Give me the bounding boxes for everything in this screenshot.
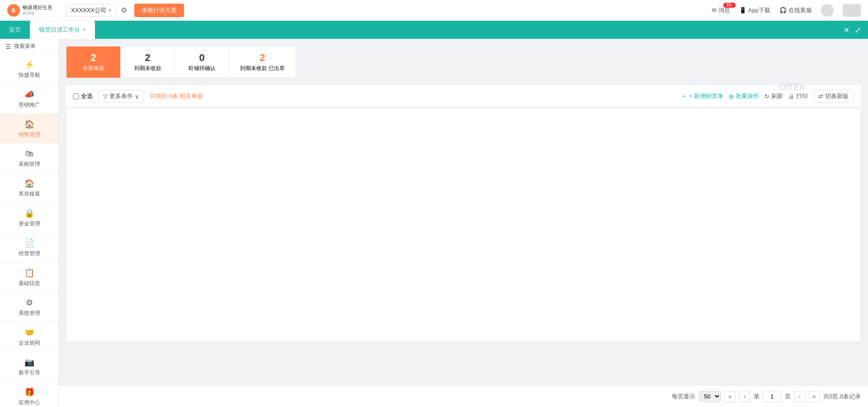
headset-icon: 🎧 bbox=[779, 7, 787, 14]
refresh-button[interactable]: ↻ 刷新 bbox=[764, 92, 783, 100]
tab-bar: 首页 钱货日清工作台 × ✕ ⤢ bbox=[0, 21, 868, 39]
sidebar-item-sales-mgmt[interactable]: 🏠 销售管理 bbox=[0, 114, 58, 144]
stats-num-wangpu: 0 bbox=[186, 52, 218, 64]
plus-icon: ＋ bbox=[681, 92, 687, 100]
sidebar-item-label: 营销推广 bbox=[19, 101, 40, 109]
select-all-checkbox[interactable]: 全选 bbox=[73, 92, 93, 100]
ops-icon: 📄 bbox=[24, 238, 34, 248]
experience-button[interactable]: 体验行业方案 bbox=[134, 4, 184, 17]
tab-maximize-icon[interactable]: ⤢ bbox=[855, 26, 861, 34]
page-label: 第 bbox=[754, 393, 760, 401]
last-page-button[interactable]: » bbox=[809, 391, 820, 402]
header-right: ✉ 消息 99 📱 App下载 🎧 在线客服 bbox=[712, 4, 861, 17]
select-all-input[interactable] bbox=[73, 94, 79, 99]
stats-tabs: 2 全部单据 2 到期未收款 0 旺铺待确认 2 到期未收款 已出库 bbox=[66, 46, 296, 78]
sidebar-search-label: 搜索菜单 bbox=[14, 42, 36, 50]
sidebar-item-label: 采购管理 bbox=[19, 160, 40, 168]
tab-workbench[interactable]: 钱货日清工作台 × bbox=[30, 21, 95, 39]
sidebar-item-inventory[interactable]: 🏠 库存核算 bbox=[0, 173, 58, 203]
filter-icon: ▽ bbox=[103, 93, 108, 100]
sidebar-item-label: 库存核算 bbox=[19, 190, 40, 198]
logo-tag: 标准版 bbox=[23, 10, 52, 16]
stats-label-all: 全部单据 bbox=[77, 65, 109, 72]
stats-label-wangpu: 旺铺待确认 bbox=[186, 65, 218, 72]
stats-tab-overdue-shipped[interactable]: 2 到期未收款 已出库 bbox=[229, 47, 296, 78]
sidebar-item-label: 基础信息 bbox=[19, 280, 40, 287]
toolbar: 全选 ▽ 更多条件 ∨ 共找到 0条 相关单据 ＋ + 新增销货单 ⊞ bbox=[66, 85, 861, 108]
sidebar-item-label: 新手引导 bbox=[19, 369, 40, 377]
guide-icon: 📷 bbox=[24, 357, 34, 367]
filter-chevron-icon: ∨ bbox=[135, 93, 139, 100]
tab-home[interactable]: 首页 bbox=[0, 21, 30, 39]
chevron-down-icon: ▾ bbox=[109, 8, 111, 13]
filter-button[interactable]: ▽ 更多条件 ∨ bbox=[98, 90, 144, 103]
user-name-area bbox=[843, 4, 861, 17]
top-header: 6 畅捷通好生意 标准版 XXXXXX公司 ▾ ⚙ 体验行业方案 ✉ 消息 99… bbox=[0, 0, 868, 21]
found-text: 共找到 0条 相关单据 bbox=[150, 92, 203, 100]
toolbar-left: 全选 ▽ 更多条件 ∨ 共找到 0条 相关单据 bbox=[73, 90, 203, 103]
tab-minimize-icon[interactable]: ✕ bbox=[844, 26, 849, 34]
enterprise-icon: 🤝 bbox=[24, 327, 34, 337]
app-download-item[interactable]: 📱 App下载 bbox=[739, 6, 770, 14]
batch-icon: ⊞ bbox=[729, 93, 734, 100]
sidebar-search[interactable]: ☰ 搜索菜单 bbox=[0, 39, 58, 54]
sidebar-item-quick-nav[interactable]: ⚡ 快捷导航 bbox=[0, 54, 58, 84]
add-sales-order-button[interactable]: ＋ + 新增销货单 bbox=[681, 92, 723, 100]
stats-num-overdue-shipped: 2 bbox=[240, 52, 285, 64]
avatar[interactable] bbox=[821, 4, 834, 17]
logo-text-block: 畅捷通好生意 标准版 bbox=[23, 4, 52, 16]
page-suffix: 页 bbox=[785, 393, 791, 401]
sidebar-item-app-center[interactable]: 🎁 应用中心 bbox=[0, 382, 58, 407]
settings-icon[interactable]: ⚙ bbox=[121, 6, 127, 14]
main-content: 2 全部单据 2 到期未收款 0 旺铺待确认 2 到期未收款 已出库 全选 bbox=[59, 39, 868, 407]
table-area bbox=[66, 108, 861, 342]
sidebar-item-finance[interactable]: 🔒 资金管理 bbox=[0, 203, 58, 233]
sidebar-item-enterprise[interactable]: 🤝 企业协同 bbox=[0, 322, 58, 352]
sidebar-item-sys-mgmt[interactable]: ⚙ 系统管理 bbox=[0, 292, 58, 322]
tab-close-icon[interactable]: × bbox=[83, 27, 86, 33]
sidebar-item-label: 企业协同 bbox=[19, 339, 40, 347]
sidebar-item-label: 经营管理 bbox=[19, 250, 40, 257]
inventory-icon: 🏠 bbox=[24, 178, 34, 188]
tab-workbench-label: 钱货日清工作台 bbox=[39, 26, 80, 34]
stats-num-overdue: 2 bbox=[132, 52, 164, 64]
stats-tab-wangpu[interactable]: 0 旺铺待确认 bbox=[175, 47, 229, 78]
found-count: 0 bbox=[169, 93, 172, 99]
refresh-icon: ↻ bbox=[764, 93, 769, 100]
stats-num-all: 2 bbox=[77, 52, 109, 64]
switch-version-button[interactable]: ⇄ 切换新版 bbox=[813, 90, 854, 103]
select-all-label: 全选 bbox=[81, 92, 93, 100]
message-badge: 99 bbox=[723, 3, 735, 8]
basic-info-icon: 📋 bbox=[24, 268, 34, 278]
purchase-icon: 🛍 bbox=[25, 149, 33, 159]
next-page-button[interactable]: › bbox=[794, 391, 805, 402]
sidebar: ☰ 搜索菜单 ⚡ 快捷导航 📣 营销推广 🏠 销售管理 🛍 采购管理 🏠 库存核… bbox=[0, 39, 59, 407]
online-service-item[interactable]: 🎧 在线客服 bbox=[779, 6, 812, 14]
message-item[interactable]: ✉ 消息 99 bbox=[712, 6, 730, 14]
sidebar-item-guide[interactable]: 📷 新手引导 bbox=[0, 352, 58, 382]
sidebar-item-purchase-mgmt[interactable]: 🛍 采购管理 bbox=[0, 144, 58, 173]
sidebar-item-basic-info[interactable]: 📋 基础信息 bbox=[0, 262, 58, 292]
total-records: 共0页,0条记录 bbox=[823, 393, 861, 401]
first-page-icon: « bbox=[729, 393, 732, 400]
app-center-icon: 🎁 bbox=[24, 387, 34, 397]
per-page-label: 每页显示 bbox=[672, 393, 695, 401]
company-selector[interactable]: XXXXXX公司 ▾ bbox=[66, 4, 116, 17]
company-name: XXXXXX公司 bbox=[71, 6, 106, 14]
stats-tab-all[interactable]: 2 全部单据 bbox=[66, 47, 121, 78]
finance-icon: 🔒 bbox=[24, 208, 34, 218]
stats-tab-overdue[interactable]: 2 到期未收款 bbox=[121, 47, 175, 78]
sidebar-item-label: 系统管理 bbox=[19, 309, 40, 317]
batch-operations-button[interactable]: ⊞ 批量操作 bbox=[729, 92, 759, 100]
sidebar-item-ops-mgmt[interactable]: 📄 经营管理 bbox=[0, 233, 58, 262]
first-page-button[interactable]: « bbox=[725, 391, 736, 402]
print-button[interactable]: 🖨 打印 bbox=[788, 92, 808, 100]
pagination-bar: 每页显示 50 « ‹ 第 页 › » 共0页,0条记录 bbox=[59, 385, 868, 407]
per-page-select[interactable]: 50 bbox=[699, 391, 721, 402]
sidebar-item-marketing[interactable]: 📣 营销推广 bbox=[0, 84, 58, 114]
current-page-input[interactable] bbox=[763, 391, 781, 402]
message-icon: ✉ bbox=[712, 7, 717, 14]
prev-page-button[interactable]: ‹ bbox=[739, 391, 750, 402]
last-page-icon: » bbox=[813, 393, 816, 400]
prev-page-icon: ‹ bbox=[744, 393, 745, 400]
